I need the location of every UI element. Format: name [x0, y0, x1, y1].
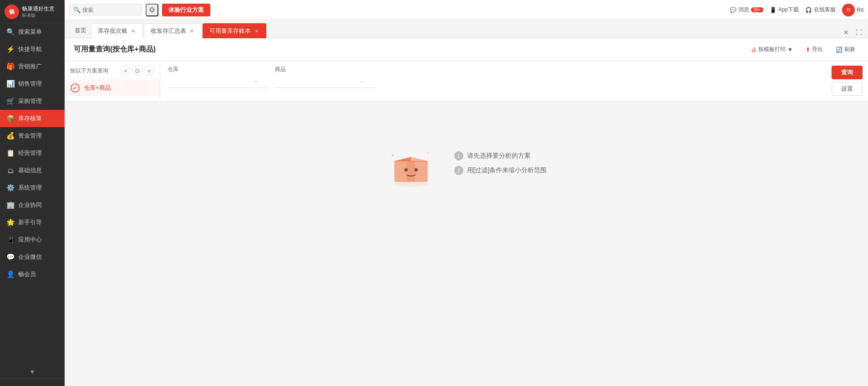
message-icon: 💬 [730, 7, 736, 13]
print-button[interactable]: 🖨 按模板打印 ▼ [747, 44, 797, 55]
sidebar-label-app: 应用中心 [18, 236, 42, 244]
filter-field-goods: 商品 ··· [275, 66, 375, 88]
sidebar-label-sales: 销售管理 [18, 80, 42, 88]
page-title: 可用量查询(按仓库+商品) [74, 45, 156, 54]
sidebar-item-app[interactable]: 📱应用中心 [0, 231, 65, 248]
scheme-item-warehouse-goods[interactable]: 仓库+商品 [65, 79, 160, 97]
sidebar-item-sales[interactable]: 📊销售管理 [0, 75, 65, 93]
add-scheme-button[interactable]: + [121, 66, 131, 76]
scheme-header-actions: + ⊙ « [121, 66, 154, 76]
filter-fields: 仓库 ··· 商品 ··· [160, 61, 826, 101]
empty-illustration: ✦ ✦ · [386, 138, 436, 188]
purchase-icon: 🛒 [6, 97, 15, 105]
system-icon: ⚙️ [6, 184, 15, 192]
print-icon: 🖨 [751, 46, 756, 53]
headset-icon: 🎧 [805, 7, 812, 13]
svg-text:✦: ✦ [426, 151, 429, 155]
tab-collect[interactable]: 收发存汇总表 ✕ [144, 23, 202, 38]
tab-batch[interactable]: 库存批次账 ✕ [91, 23, 143, 38]
filter-settings-button[interactable]: 设置 [832, 82, 863, 96]
newbie-icon: 🌟 [6, 218, 15, 226]
sidebar-item-wechat[interactable]: 💬企业微信 [0, 248, 65, 266]
sidebar-item-purchase[interactable]: 🛒采购管理 [0, 93, 65, 110]
close-tab-collect[interactable]: ✕ [189, 28, 195, 34]
user-profile-action[interactable]: R Rit [842, 4, 863, 16]
query-button[interactable]: 查询 [832, 66, 863, 79]
sidebar-scroll-down[interactable]: ▼ [0, 365, 65, 378]
tab-available[interactable]: 可用量库存账本 ✕ [203, 23, 266, 38]
sidebar-item-inventory[interactable]: 📦库存核算 [0, 110, 65, 127]
app-download-action[interactable]: 📱 App下载 [770, 6, 799, 14]
customer-service-action[interactable]: 🎧 在线客服 [805, 6, 836, 14]
svg-text:✦: ✦ [391, 153, 395, 158]
empty-state-content: ✦ ✦ · 1 请先选择要分析的方案 2 用[过滤]条件来缩小分析范围 [386, 138, 547, 188]
search-input[interactable] [82, 7, 128, 13]
sidebar-item-newbie[interactable]: 🌟新手引导 [0, 214, 65, 231]
sidebar-label-purchase: 采购管理 [18, 97, 42, 105]
refresh-button[interactable]: 🔄 刷新 [832, 44, 859, 55]
sidebar-item-marketing[interactable]: 🎁营销推广 [0, 58, 65, 75]
export-icon: ⬆ [806, 46, 810, 53]
filter-schemes: 按以下方案查询 + ⊙ « 仓库+商品 [65, 61, 160, 101]
username-label: Rit [857, 7, 863, 13]
collapse-scheme-button[interactable]: « [144, 66, 154, 76]
goods-input[interactable] [275, 78, 357, 85]
sales-icon: 📊 [6, 80, 15, 88]
filter-actions: 查询 设置 [826, 61, 868, 101]
page-content: 可用量查询(按仓库+商品) 🖨 按模板打印 ▼ ⬆ 导出 🔄 刷新 [65, 38, 868, 386]
sidebar-label-member: 畅会员 [18, 270, 36, 278]
export-button[interactable]: ⬆ 导出 [802, 44, 827, 55]
sidebar-label-finance: 资金管理 [18, 132, 42, 140]
sidebar-item-shortcut[interactable]: ⚡快捷导航 [0, 41, 65, 58]
sidebar-label-search: 搜索菜单 [18, 28, 42, 36]
empty-state: ✦ ✦ · 1 请先选择要分析的方案 2 用[过滤]条件来缩小分析范围 [65, 102, 868, 225]
operation-icon: 📋 [6, 149, 15, 157]
close-all-tabs-button[interactable]: ✕ [841, 27, 852, 38]
wechat-icon: 💬 [6, 253, 15, 261]
svg-rect-4 [406, 161, 415, 182]
settings-scheme-button[interactable]: ⊙ [132, 66, 142, 76]
topbar-actions: 💬 消息 99+ 📱 App下载 🎧 在线客服 R Rit [730, 4, 863, 16]
message-action[interactable]: 💬 消息 99+ [730, 6, 763, 14]
sidebar-item-finance[interactable]: 💰资金管理 [0, 127, 65, 144]
tab-home[interactable]: 首页 [70, 23, 91, 38]
page-header: 可用量查询(按仓库+商品) 🖨 按模板打印 ▼ ⬆ 导出 🔄 刷新 [65, 38, 868, 61]
warehouse-input[interactable] [168, 78, 249, 85]
sidebar-item-member[interactable]: 👤畅会员 [0, 266, 65, 283]
settings-icon[interactable]: ⚙ [146, 4, 158, 16]
sidebar: 畅 畅康通好生意 标准版 🔍搜索菜单⚡快捷导航🎁营销推广📊销售管理🛒采购管理📦库… [0, 0, 65, 386]
sidebar-label-inventory: 库存核算 [18, 114, 42, 123]
sidebar-label-enterprise: 企业协同 [18, 201, 42, 209]
sidebar-bottom-item [0, 378, 65, 386]
sidebar-item-enterprise[interactable]: 🏢企业协同 [0, 196, 65, 214]
goods-more-button[interactable]: ··· [359, 77, 367, 86]
svg-point-1 [393, 181, 428, 186]
base-icon: 🗂 [6, 166, 15, 175]
tabbar: 首页 库存批次账 ✕ 收发存汇总表 ✕ 可用量库存账本 ✕ ✕ ⛶ [65, 20, 868, 38]
filter-panel: 按以下方案查询 + ⊙ « 仓库+商品 [65, 61, 868, 102]
sidebar-label-marketing: 营销推广 [18, 62, 42, 71]
sidebar-item-operation[interactable]: 📋经营管理 [0, 144, 65, 162]
filter-schemes-header: 按以下方案查询 + ⊙ « [65, 66, 160, 79]
inventory-icon: 📦 [6, 114, 15, 123]
sidebar-label-newbie: 新手引导 [18, 218, 42, 226]
filter-field-warehouse: 仓库 ··· [168, 66, 268, 88]
sidebar-item-system[interactable]: ⚙️系统管理 [0, 179, 65, 196]
topbar-search-box[interactable]: 🔍 [69, 4, 142, 15]
sidebar-item-base[interactable]: 🗂基础信息 [0, 162, 65, 179]
warehouse-more-button[interactable]: ··· [251, 77, 260, 86]
sidebar-label-shortcut: 快捷导航 [18, 45, 42, 53]
member-icon: 👤 [6, 270, 15, 278]
app-logo: 畅 [5, 5, 19, 19]
refresh-icon: 🔄 [836, 46, 843, 53]
close-tab-available[interactable]: ✕ [254, 28, 259, 34]
sidebar-item-search[interactable]: 🔍搜索菜单 [0, 23, 65, 41]
maximize-button[interactable]: ⛶ [853, 27, 864, 38]
page-header-actions: 🖨 按模板打印 ▼ ⬆ 导出 🔄 刷新 [747, 44, 859, 55]
avatar: R [842, 4, 855, 16]
close-tab-batch[interactable]: ✕ [130, 28, 136, 34]
search-icon: 🔍 [73, 6, 81, 13]
trial-button[interactable]: 体验行业方案 [162, 4, 210, 16]
enterprise-icon: 🏢 [6, 201, 15, 209]
sidebar-label-system: 系统管理 [18, 184, 42, 192]
